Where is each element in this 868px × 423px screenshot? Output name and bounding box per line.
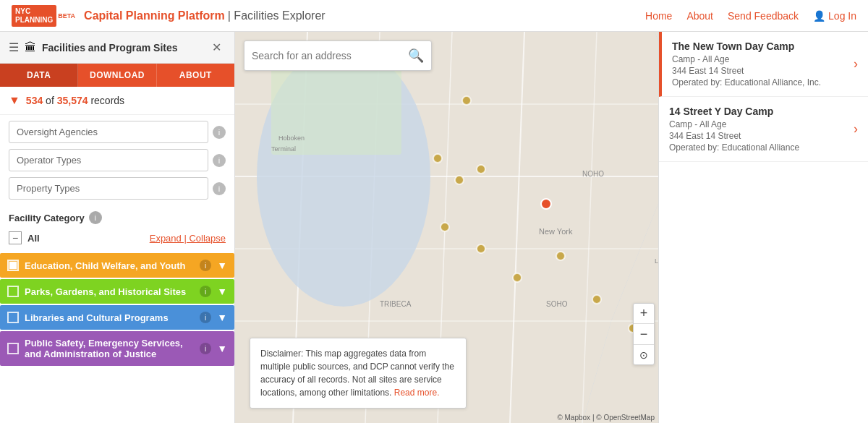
category-education[interactable]: Education, Child Welfare, and Youth i ▼ xyxy=(0,253,234,278)
result-name-1: 14 Street Y Day Camp xyxy=(669,106,848,117)
svg-text:Hoboken: Hoboken xyxy=(278,134,305,142)
about-link[interactable]: About xyxy=(686,10,713,22)
property-types-dropdown[interactable]: Property Types xyxy=(9,177,208,200)
education-chevron-icon[interactable]: ▼ xyxy=(217,260,227,271)
svg-point-30 xyxy=(477,244,485,253)
category-libraries[interactable]: Libraries and Cultural Programs i ▼ xyxy=(0,305,234,330)
svg-rect-13 xyxy=(271,68,401,155)
all-row: − All Expand | Collapse xyxy=(9,231,226,244)
zoom-out-button[interactable]: − xyxy=(634,324,654,344)
filter-total: 35,574 xyxy=(57,95,88,106)
zoom-in-button[interactable]: + xyxy=(634,304,654,324)
result-address-0: 344 East 14 Street xyxy=(672,66,848,76)
svg-point-32 xyxy=(556,252,565,260)
oversight-agencies-row: Oversight Agencies i xyxy=(9,121,226,143)
result-name-0: The New Town Day Camp xyxy=(672,40,848,52)
property-info-button[interactable]: i xyxy=(213,182,226,195)
sidebar: ☰ 🏛 Facilities and Program Sites ✕ DATA … xyxy=(0,32,235,423)
education-checkbox[interactable] xyxy=(7,260,19,271)
tab-about[interactable]: ABOUT xyxy=(157,64,234,87)
platform-title: Capital Planning Platform xyxy=(84,9,225,22)
logo-box: NYC PLANNING xyxy=(12,5,56,27)
main-layout: ☰ 🏛 Facilities and Program Sites ✕ DATA … xyxy=(0,32,868,423)
filter-count-text: 534 of 35,574 records xyxy=(26,95,124,106)
nyc-text: NYC xyxy=(15,7,30,15)
login-label: Log In xyxy=(828,10,856,22)
tab-download[interactable]: DOWNLOAD xyxy=(78,64,156,87)
svg-text:New York: New York xyxy=(539,227,573,236)
operator-types-row: Operator Types i xyxy=(9,149,226,171)
all-label: All xyxy=(27,233,144,244)
category-parks[interactable]: Parks, Gardens, and Historical Sites i ▼ xyxy=(0,279,234,304)
public-safety-checkbox[interactable] xyxy=(7,343,19,354)
svg-point-29 xyxy=(441,223,449,231)
facility-info-button[interactable]: i xyxy=(89,211,102,224)
svg-point-26 xyxy=(433,154,442,163)
libraries-chevron-icon[interactable]: ▼ xyxy=(217,312,227,323)
search-bar: 🔍 xyxy=(244,40,432,71)
public-safety-chevron-icon[interactable]: ▼ xyxy=(217,343,227,354)
feedback-link[interactable]: Send Feedback xyxy=(728,10,799,22)
zoom-reset-button[interactable]: ⊙ xyxy=(634,344,654,364)
libraries-info-icon[interactable]: i xyxy=(200,312,211,323)
category-public-safety[interactable]: Public Safety, Emergency Services, and A… xyxy=(0,331,234,366)
public-safety-info-icon[interactable]: i xyxy=(200,343,211,354)
search-input[interactable] xyxy=(252,50,408,61)
facility-header: Facility Category i xyxy=(9,211,226,224)
result-operator-1: Operated by: Educational Alliance xyxy=(669,142,848,153)
parks-info-icon[interactable]: i xyxy=(200,286,211,297)
oversight-info-button[interactable]: i xyxy=(213,126,226,139)
login-button[interactable]: 👤 Log In xyxy=(813,10,856,22)
svg-text:SOHO: SOHO xyxy=(546,300,568,308)
svg-text:NOHO: NOHO xyxy=(582,170,604,178)
svg-point-31 xyxy=(513,273,522,282)
beta-badge: BETA xyxy=(58,12,75,20)
logo: NYC PLANNING BETA xyxy=(12,5,75,27)
result-address-1: 344 East 14 Street xyxy=(669,131,848,141)
result-operator-0: Operated by: Educational Alliance, Inc. xyxy=(672,77,848,87)
facility-category-title: Facility Category xyxy=(9,213,85,223)
expand-collapse-button[interactable]: Expand | Collapse xyxy=(150,233,226,244)
parks-checkbox[interactable] xyxy=(7,286,19,297)
result-item-0[interactable]: The New Town Day Camp Camp - All Age 344… xyxy=(659,32,868,97)
libraries-label: Libraries and Cultural Programs xyxy=(25,312,194,323)
property-types-row: Property Types i xyxy=(9,177,226,200)
operator-info-button[interactable]: i xyxy=(213,154,226,167)
close-button[interactable]: ✕ xyxy=(208,39,226,56)
tab-data[interactable]: DATA xyxy=(0,64,78,87)
map-attribution: © Mapbox | © OpenStreetMap xyxy=(557,414,655,422)
hamburger-icon[interactable]: ☰ xyxy=(9,40,19,54)
map-area[interactable]: New York TRIBECA SOHO LITTLE ITALY CHINA… xyxy=(235,32,868,423)
sidebar-header: ☰ 🏛 Facilities and Program Sites ✕ xyxy=(0,32,234,64)
svg-point-33 xyxy=(592,295,601,304)
result-content-1: 14 Street Y Day Camp Camp - All Age 344 … xyxy=(669,106,848,153)
parks-chevron-icon[interactable]: ▼ xyxy=(217,286,227,297)
sidebar-tabs: DATA DOWNLOAD ABOUT xyxy=(0,64,234,87)
home-link[interactable]: Home xyxy=(645,10,672,22)
svg-text:TRIBECA: TRIBECA xyxy=(380,300,412,308)
result-arrow-0[interactable]: › xyxy=(848,40,858,87)
top-navigation: NYC PLANNING BETA Capital Planning Platf… xyxy=(0,0,868,32)
operator-types-dropdown[interactable]: Operator Types xyxy=(9,149,208,171)
nav-links: Home About Send Feedback 👤 Log In xyxy=(645,10,856,22)
user-icon: 👤 xyxy=(813,10,825,22)
sidebar-title: Facilities and Program Sites xyxy=(42,42,202,54)
search-icon[interactable]: 🔍 xyxy=(408,48,424,64)
oversight-agencies-dropdown[interactable]: Oversight Agencies xyxy=(9,121,208,143)
education-label: Education, Child Welfare, and Youth xyxy=(25,260,194,271)
public-safety-label: Public Safety, Emergency Services, and A… xyxy=(25,338,194,359)
result-arrow-1[interactable]: › xyxy=(848,106,858,153)
disclaimer: Disclaimer: This map aggregates data fro… xyxy=(250,338,467,409)
svg-point-42 xyxy=(541,199,551,209)
filter-section: ▼ 534 of 35,574 records xyxy=(0,87,234,115)
collapse-all-button[interactable]: − xyxy=(9,231,22,244)
svg-text:Terminal: Terminal xyxy=(271,145,296,153)
disclaimer-read-more-link[interactable]: Read more. xyxy=(394,388,440,398)
filter-label: records xyxy=(90,95,124,106)
svg-point-25 xyxy=(462,96,471,105)
planning-text: PLANNING xyxy=(15,16,53,24)
libraries-checkbox[interactable] xyxy=(7,312,19,323)
education-info-icon[interactable]: i xyxy=(200,260,211,271)
result-item-1[interactable]: 14 Street Y Day Camp Camp - All Age 344 … xyxy=(659,97,868,162)
zoom-controls: + − ⊙ xyxy=(633,303,655,365)
